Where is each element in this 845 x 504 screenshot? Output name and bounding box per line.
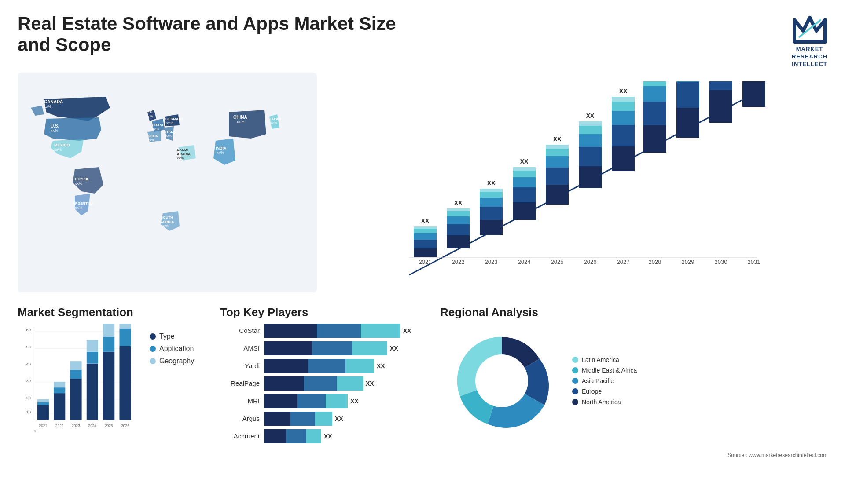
legend-geography: Geography xyxy=(150,357,194,365)
svg-rect-38 xyxy=(414,248,437,257)
player-bar-amsi: XX xyxy=(264,341,422,355)
seg-legend: Type Application Geography xyxy=(150,332,194,365)
seg-chart-container: 60 50 40 30 20 10 xyxy=(18,324,202,438)
europe-dot xyxy=(572,388,578,394)
svg-rect-53 xyxy=(480,207,503,220)
svg-rect-59 xyxy=(513,202,536,220)
apac-label: Asia Pacific xyxy=(582,377,614,384)
svg-rect-67 xyxy=(546,168,569,185)
player-bar-argus: XX xyxy=(264,412,422,426)
player-name-realpage: RealPage xyxy=(220,380,260,387)
header: Real Estate Software and Apps Market Siz… xyxy=(0,0,845,73)
type-dot xyxy=(150,333,156,340)
svg-text:xx%: xx% xyxy=(146,114,153,118)
player-bar-mri: XX xyxy=(264,394,422,408)
bar-chart-section: XX 2021 XX 2022 XX 2023 xyxy=(317,73,827,301)
apac-dot xyxy=(572,378,578,384)
svg-rect-142 xyxy=(119,328,131,346)
svg-rect-47 xyxy=(447,216,470,224)
svg-rect-41 xyxy=(414,229,437,233)
svg-text:xx%: xx% xyxy=(75,205,82,210)
svg-text:XX: XX xyxy=(454,199,463,206)
player-row-amsi: AMSI XX xyxy=(220,341,422,355)
svg-text:xx%: xx% xyxy=(217,150,224,155)
player-row-accruent: Accruent XX xyxy=(220,429,422,443)
svg-text:xx%: xx% xyxy=(165,134,172,138)
svg-rect-84 xyxy=(612,97,635,102)
player-name-yardi: Yardi xyxy=(220,362,260,369)
svg-text:ARABIA: ARABIA xyxy=(177,152,191,156)
north-america-label: North America xyxy=(582,398,621,405)
page-title: Real Estate Software and Apps Market Siz… xyxy=(18,13,414,55)
svg-text:xx%: xx% xyxy=(51,128,58,133)
logo-icon xyxy=(792,13,827,44)
seg-chart-svg: 60 50 40 30 20 10 xyxy=(18,324,141,438)
svg-text:2021: 2021 xyxy=(419,259,432,265)
player-bar-accruent: XX xyxy=(264,429,422,443)
logo-area: MARKET RESEARCH INTELLECT xyxy=(792,13,827,68)
segmentation-title: Market Segmentation xyxy=(18,306,202,319)
svg-text:XX: XX xyxy=(421,217,430,224)
svg-text:2024: 2024 xyxy=(88,423,97,427)
svg-rect-98 xyxy=(676,108,699,138)
regional-legend: Latin America Middle East & Africa Asia … xyxy=(572,356,637,405)
reg-item-europe: Europe xyxy=(572,388,637,395)
svg-rect-92 xyxy=(643,125,666,153)
player-row-realpage: RealPage XX xyxy=(220,376,422,391)
svg-text:2030: 2030 xyxy=(715,259,727,265)
svg-rect-68 xyxy=(546,156,569,168)
svg-text:xx%: xx% xyxy=(237,120,244,124)
regional-title: Regional Analysis xyxy=(440,306,827,319)
svg-rect-135 xyxy=(87,340,98,351)
application-label: Application xyxy=(159,345,194,353)
yardi-bar xyxy=(264,359,374,373)
svg-rect-94 xyxy=(643,86,666,102)
player-name-mri: MRI xyxy=(220,397,260,405)
svg-text:40: 40 xyxy=(26,362,30,366)
north-america-dot xyxy=(572,399,578,405)
svg-text:ITALY: ITALY xyxy=(165,130,175,134)
svg-rect-126 xyxy=(54,387,65,393)
svg-text:XX: XX xyxy=(619,88,628,95)
svg-text:60: 60 xyxy=(26,328,30,332)
svg-text:2026: 2026 xyxy=(121,423,129,427)
svg-rect-82 xyxy=(612,111,635,125)
player-name-amsi: AMSI xyxy=(220,344,260,352)
regional-container: Latin America Middle East & Africa Asia … xyxy=(440,324,827,438)
svg-text:xx%: xx% xyxy=(152,127,159,131)
costar-value: XX xyxy=(403,327,411,334)
svg-text:2023: 2023 xyxy=(485,259,498,265)
svg-text:SAUDI: SAUDI xyxy=(177,148,188,152)
svg-text:xx%: xx% xyxy=(54,147,62,152)
svg-rect-122 xyxy=(37,402,49,405)
svg-rect-76 xyxy=(579,126,602,134)
svg-text:2023: 2023 xyxy=(72,423,80,427)
amsi-bar xyxy=(264,341,387,355)
realpage-bar xyxy=(264,376,363,391)
svg-text:INDIA: INDIA xyxy=(216,146,227,150)
svg-rect-48 xyxy=(447,211,470,216)
svg-text:xx%: xx% xyxy=(166,121,173,125)
svg-rect-55 xyxy=(480,192,503,198)
legend-application: Application xyxy=(150,345,194,353)
svg-text:BRAZIL: BRAZIL xyxy=(75,177,89,181)
world-map-svg: CANADA xx% U.S. xx% MEXICO xx% BRAZIL xx… xyxy=(18,73,317,292)
key-players-title: Top Key Players xyxy=(220,306,422,319)
svg-rect-69 xyxy=(546,149,569,156)
player-name-accruent: Accruent xyxy=(220,432,260,440)
svg-rect-60 xyxy=(513,187,536,202)
player-row-argus: Argus XX xyxy=(220,412,422,426)
geography-dot xyxy=(150,358,156,364)
svg-rect-105 xyxy=(742,81,765,107)
svg-text:0: 0 xyxy=(34,429,36,433)
svg-rect-138 xyxy=(103,337,114,352)
mea-label: Middle East & Africa xyxy=(582,367,637,374)
svg-rect-103 xyxy=(709,81,732,90)
svg-text:JAPAN: JAPAN xyxy=(269,117,281,121)
regional-section: Regional Analysis Latin Ame xyxy=(440,306,827,443)
svg-rect-93 xyxy=(643,102,666,125)
svg-rect-127 xyxy=(54,382,65,387)
svg-rect-80 xyxy=(612,146,635,171)
application-dot xyxy=(150,346,156,352)
svg-rect-83 xyxy=(612,102,635,111)
